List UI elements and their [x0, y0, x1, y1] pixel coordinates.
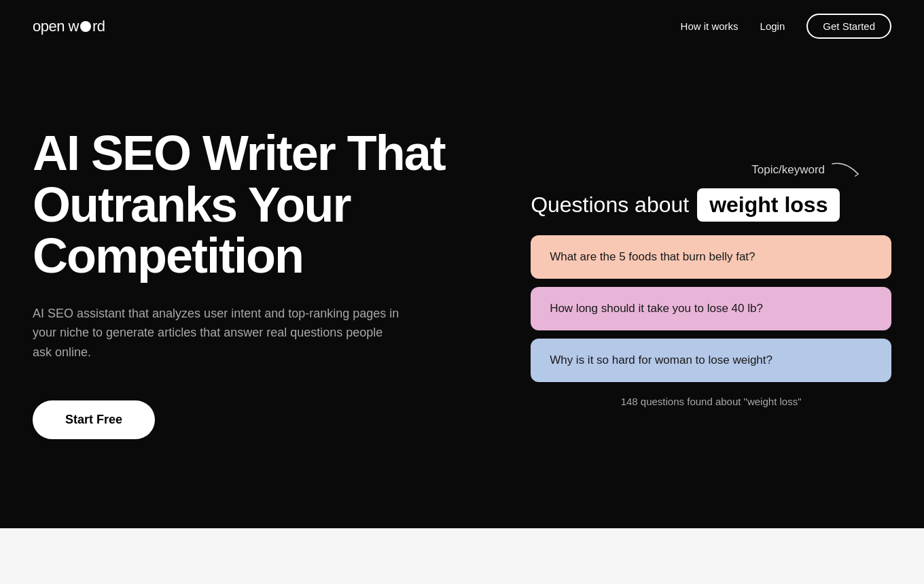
get-started-button[interactable]: Get Started	[806, 14, 891, 39]
questions-prefix: Questions about	[531, 192, 689, 218]
hero-section: AI SEO Writer That Outranks Your Competi…	[0, 52, 924, 528]
nav-login[interactable]: Login	[760, 20, 785, 32]
hero-right: Topic/keyword Questions about weight los…	[531, 160, 891, 407]
question-card-2[interactable]: How long should it take you to lose 40 l…	[531, 287, 891, 330]
question-card-3[interactable]: Why is it so hard for woman to lose weig…	[531, 339, 891, 382]
hero-title: AI SEO Writer That Outranks Your Competi…	[33, 128, 505, 282]
nav-how-it-works[interactable]: How it works	[681, 20, 739, 32]
topic-label-row: Topic/keyword	[751, 160, 871, 180]
hero-left: AI SEO Writer That Outranks Your Competi…	[33, 128, 505, 439]
arrow-icon	[830, 160, 871, 180]
navbar: open wrd How it works Login Get Started	[0, 0, 924, 52]
nav-links: How it works Login Get Started	[681, 14, 891, 39]
questions-header: Questions about weight loss	[531, 188, 840, 222]
start-free-button[interactable]: Start Free	[33, 400, 155, 439]
logo: open wrd	[33, 18, 105, 35]
topic-label: Topic/keyword	[751, 163, 825, 177]
question-card-1[interactable]: What are the 5 foods that burn belly fat…	[531, 235, 891, 279]
logo-text: open wrd	[33, 18, 105, 35]
how-it-works-section: How it works	[0, 528, 924, 584]
keyword-badge: weight loss	[697, 188, 840, 222]
hero-description: AI SEO assistant that analyzes user inte…	[33, 304, 399, 362]
questions-count: 148 questions found about "weight loss"	[621, 396, 802, 407]
